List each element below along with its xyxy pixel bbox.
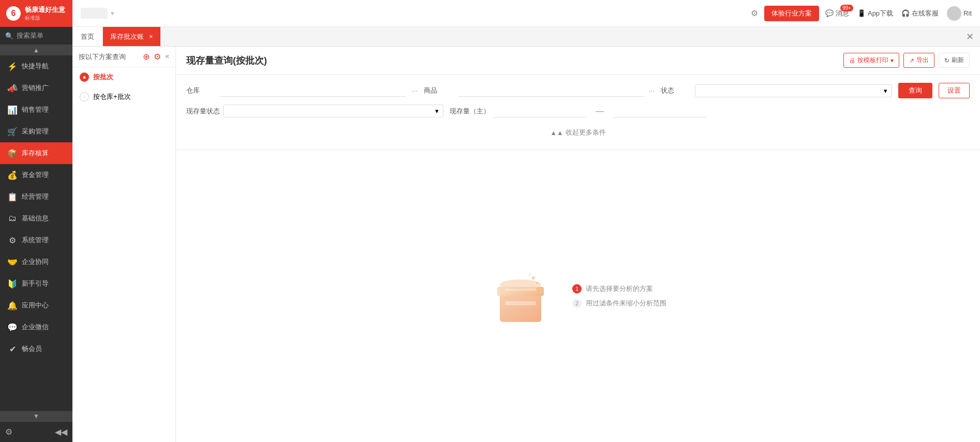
stock-qty-from[interactable] [493, 105, 586, 117]
export-btn[interactable]: ↗ 导出 [903, 53, 934, 68]
left-panel-title: 按以下方案查询 [79, 52, 126, 62]
plan-item-warehouse-batch[interactable]: ○ 按仓库+批次 [72, 87, 175, 107]
app-download-btn[interactable]: 📱 App下载 [857, 9, 893, 18]
collapse-left-panel-btn[interactable]: « [165, 52, 169, 62]
svg-point-7 [529, 273, 531, 275]
sidebar-item-operations[interactable]: 📋 经营管理 [0, 186, 72, 208]
hint-item-2: 2 用过滤条件来缩小分析范围 [572, 299, 666, 308]
hint-text-2: 用过滤条件来缩小分析范围 [586, 299, 666, 308]
tabbar-close-icon[interactable]: ✕ [964, 29, 976, 45]
warehouse-more-icon[interactable]: ··· [411, 86, 418, 95]
app-download-label: App下载 [868, 9, 893, 18]
product-label: 商品 [424, 86, 455, 95]
sidebar-item-inventory[interactable]: 📦 库存核算 [0, 142, 72, 164]
search-menu[interactable]: 🔍 搜索菜单 [0, 27, 72, 45]
stock-status-label: 现存量状态 [186, 107, 220, 116]
sidebar: 6 畅康通好生意 标准版 🔍 搜索菜单 ▲ ⚡ 快捷导航 📣 营销推广 📊 销售… [0, 0, 72, 442]
page-title-bar: 现存量查询(按批次) 🖨 按模板打印 ▾ ↗ 导出 ↻ 刷新 [176, 47, 980, 75]
sidebar-item-newbie[interactable]: 🔰 新手引导 [0, 273, 72, 294]
left-panel-actions: ⊕ ⚙ « [143, 52, 169, 62]
sidebar-scroll-up[interactable]: ▲ [0, 45, 72, 55]
sidebar-item-label: 新手引导 [22, 279, 49, 288]
sidebar-item-appstore[interactable]: 🔔 应用中心 [0, 294, 72, 316]
collapse-filter-btn[interactable]: ▲▲ 收起更多条件 [186, 124, 970, 141]
topbar-settings-icon[interactable]: ⚙ [751, 8, 758, 18]
sidebar-item-label: 库存核算 [22, 149, 49, 158]
sidebar-item-label: 系统管理 [22, 235, 49, 245]
hint-num-2: 2 [572, 299, 582, 308]
stock-status-select[interactable]: ▾ [223, 105, 443, 117]
tab-inventory-batch[interactable]: 库存批次账 × [103, 27, 160, 46]
print-btn[interactable]: 🖨 按模板打印 ▾ [843, 53, 899, 68]
tab-close-btn[interactable]: × [149, 33, 153, 40]
filter-status: 状态 ▾ [661, 84, 892, 97]
sidebar-item-label: 采购管理 [22, 127, 49, 136]
message-btn[interactable]: 💬 消息 99+ [825, 9, 849, 18]
add-plan-btn[interactable]: ⊕ [143, 52, 150, 62]
sidebar-item-system[interactable]: ⚙ 系统管理 [0, 229, 72, 251]
online-service-btn[interactable]: 🎧 在线客服 [901, 9, 939, 18]
stock-qty-to[interactable] [613, 105, 706, 117]
breadcrumb-dropdown-icon[interactable]: ▾ [111, 9, 114, 17]
app-version: 标准版 [25, 14, 65, 22]
plan-settings-btn[interactable]: ⚙ [154, 52, 161, 62]
sidebar-item-label: 基础信息 [22, 214, 49, 223]
sidebar-item-label: 企业微信 [22, 322, 49, 332]
phone-icon: 📱 [857, 9, 866, 17]
query-btn[interactable]: 查询 [898, 83, 932, 98]
member-icon: ✔ [7, 344, 18, 354]
basics-icon: 🗂 [7, 213, 18, 224]
user-name: Rit [963, 9, 972, 17]
product-input[interactable] [458, 84, 644, 97]
sidebar-item-member[interactable]: ✔ 畅会员 [0, 338, 72, 360]
finance-icon: 💰 [7, 170, 18, 180]
plan-item-batch[interactable]: ● 按批次 [72, 67, 175, 87]
tab-home[interactable]: 首页 [72, 27, 103, 46]
sidebar-footer: ⚙ ◀◀ [0, 421, 72, 442]
sidebar-item-sales[interactable]: 📊 销售管理 [0, 99, 72, 121]
sidebar-item-wechat[interactable]: 💬 企业微信 [0, 316, 72, 338]
refresh-btn[interactable]: ↻ 刷新 [939, 53, 970, 68]
settings-btn[interactable]: 设置 [939, 83, 970, 98]
marketing-icon: 📣 [7, 83, 18, 93]
sidebar-item-finance[interactable]: 💰 资金管理 [0, 164, 72, 186]
topbar-right: 💬 消息 99+ 📱 App下载 🎧 在线客服 Rit [825, 6, 972, 21]
tab-active-label: 库存批次账 [110, 32, 144, 41]
warehouse-input[interactable] [220, 84, 406, 97]
sidebar-scroll-down[interactable]: ▼ [0, 411, 72, 421]
settings-footer-icon[interactable]: ⚙ [5, 427, 12, 437]
sidebar-item-basics[interactable]: 🗂 基础信息 [0, 208, 72, 229]
filter-warehouse: 仓库 ··· [186, 84, 418, 97]
warehouse-label: 仓库 [186, 86, 217, 95]
sidebar-item-label: 销售管理 [22, 105, 49, 114]
page-actions: 🖨 按模板打印 ▾ ↗ 导出 ↻ 刷新 [843, 53, 970, 68]
app-name: 畅康通好生意 [25, 5, 65, 14]
svg-rect-0 [500, 293, 541, 322]
product-more-icon[interactable]: ··· [649, 86, 655, 95]
status-select[interactable]: ▾ [695, 84, 892, 97]
page-title: 现存量查询(按批次) [186, 54, 267, 67]
online-service-label: 在线客服 [912, 9, 939, 18]
sidebar-header: 6 畅康通好生意 标准版 [0, 0, 72, 27]
user-profile-btn[interactable]: Rit [947, 6, 972, 21]
sidebar-item-enterprise[interactable]: 🤝 企业协同 [0, 251, 72, 273]
sidebar-item-label: 经营管理 [22, 192, 49, 201]
svg-point-5 [532, 276, 535, 279]
service-icon: 🎧 [901, 9, 910, 17]
main-area: ▾ ⚙ 体验行业方案 💬 消息 99+ 📱 App下载 🎧 在线客服 Rit [72, 0, 980, 442]
app-title-block: 畅康通好生意 标准版 [25, 5, 65, 22]
tab-home-label: 首页 [81, 32, 94, 41]
sidebar-item-label: 营销推广 [22, 83, 49, 93]
right-content: 现存量查询(按批次) 🖨 按模板打印 ▾ ↗ 导出 ↻ 刷新 [176, 47, 980, 442]
collapse-sidebar-icon[interactable]: ◀◀ [55, 427, 67, 437]
sidebar-item-marketing[interactable]: 📣 营销推广 [0, 77, 72, 99]
content-wrapper: 按以下方案查询 ⊕ ⚙ « ● 按批次 ○ 按仓库+批次 现存量查询(按批次) [72, 47, 980, 442]
sidebar-item-label: 企业协同 [22, 257, 49, 267]
sidebar-item-purchase[interactable]: 🛒 采购管理 [0, 121, 72, 142]
sidebar-item-shortcut[interactable]: ⚡ 快捷导航 [0, 55, 72, 77]
print-dropdown-icon[interactable]: ▾ [890, 57, 894, 64]
filter-stock-status: 现存量状态 ▾ [186, 105, 443, 117]
trial-btn[interactable]: 体验行业方案 [764, 6, 819, 21]
svg-point-6 [536, 282, 538, 284]
export-label: 导出 [916, 56, 929, 65]
